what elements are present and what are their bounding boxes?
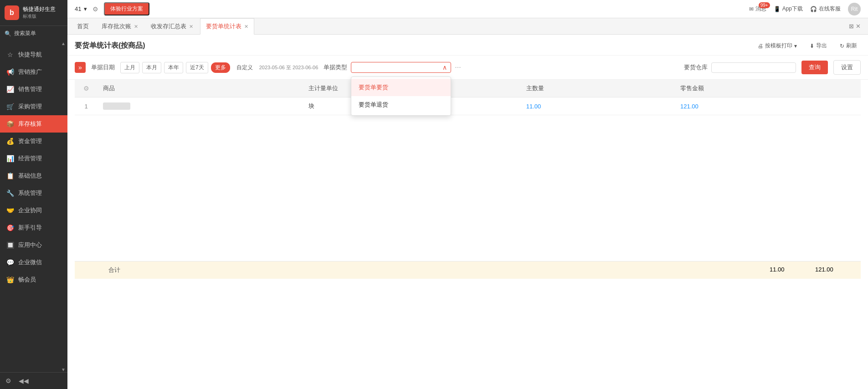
scroll-up-arrow[interactable]: ▲ <box>61 41 66 46</box>
tabbar-expand[interactable]: ⊠ ✕ <box>845 18 864 34</box>
sidebar-item-wechat[interactable]: 💬 企业微信 <box>0 254 67 271</box>
quantity-link[interactable]: 11.00 <box>526 103 541 110</box>
sidebar-item-operations[interactable]: 📊 经营管理 <box>0 150 67 167</box>
tab-collection-summary-close[interactable]: ✕ <box>189 24 193 30</box>
refresh-icon: ↻ <box>840 43 844 49</box>
sidebar-item-label: 资金管理 <box>18 137 42 145</box>
date-btn-last-month[interactable]: 上月 <box>120 62 139 73</box>
sidebar-item-inventory[interactable]: 📦 库存核算 <box>0 115 67 133</box>
sidebar-item-guide[interactable]: 🎯 新手引导 <box>0 219 67 236</box>
app-download-item[interactable]: 📱 App下载 <box>774 5 803 13</box>
dropdown-option-label: 要货单退货 <box>359 101 388 108</box>
marketing-icon: 📢 <box>5 68 15 76</box>
footer-total-label: 合计 <box>103 266 126 274</box>
tab-requisition-stats-close[interactable]: ✕ <box>244 24 248 30</box>
topbar-gear-icon[interactable]: ⚙ <box>92 5 98 13</box>
refresh-button[interactable]: ↻ 刷新 <box>836 40 861 51</box>
footer-amount: 121.00 <box>810 266 855 274</box>
sidebar-item-system[interactable]: 🔧 系统管理 <box>0 184 67 202</box>
table-header-row: ⚙ 商品 主计量单位 主数量 零售金额 <box>75 80 861 97</box>
sidebar-item-membership[interactable]: 👑 畅会员 <box>0 271 67 288</box>
tab-inventory-batch[interactable]: 库存批次账 ✕ <box>96 18 144 34</box>
date-btn-this-month[interactable]: 本月 <box>142 62 161 73</box>
type-filter-input[interactable] <box>355 64 442 71</box>
sidebar-item-label: 销售管理 <box>18 85 42 93</box>
print-icon: 🖨 <box>758 43 763 49</box>
tab-home[interactable]: 首页 <box>71 18 95 34</box>
sidebar-item-label: 营销推广 <box>18 68 42 76</box>
tab-collection-summary[interactable]: 收发存汇总表 ✕ <box>145 18 199 34</box>
sidebar-item-marketing[interactable]: 📢 营销推广 <box>0 63 67 81</box>
trial-button[interactable]: 体验行业方案 <box>104 2 149 15</box>
footer-spacer <box>126 266 764 274</box>
message-icon: ✉ <box>749 6 754 12</box>
sidebar-logo: b 畅捷通好生意 标准版 <box>0 0 67 26</box>
date-btn-more[interactable]: 更多 <box>211 62 230 73</box>
export-icon: ⬇ <box>810 43 814 49</box>
collapse-sidebar-icon[interactable]: ◀◀ <box>19 377 29 384</box>
warehouse-input[interactable] <box>711 62 796 73</box>
export-label: 导出 <box>816 42 827 50</box>
print-label: 按模板打印 <box>765 42 792 50</box>
enterprise-icon: 🤝 <box>5 207 15 214</box>
sidebar: b 畅捷通好生意 标准版 🔍 搜索菜单 ▲ ☆ 快捷导航 📢 营销推广 📈 销售… <box>0 0 67 389</box>
sidebar-item-quick-nav[interactable]: ☆ 快捷导航 <box>0 46 67 63</box>
export-button[interactable]: ⬇ 导出 <box>806 40 831 51</box>
warehouse-label: 要货仓库 <box>684 63 708 72</box>
online-service-item[interactable]: 🎧 在线客服 <box>810 5 841 13</box>
amount-link[interactable]: 121.00 <box>680 103 699 110</box>
tab-requisition-stats[interactable]: 要货单统计表 ✕ <box>200 18 254 35</box>
tabbar: 首页 库存批次账 ✕ 收发存汇总表 ✕ 要货单统计表 ✕ ⊠ ✕ <box>67 18 868 35</box>
wechat-icon: 💬 <box>5 259 15 266</box>
app-download-label: App下载 <box>782 5 803 13</box>
refresh-label: 刷新 <box>846 42 857 50</box>
goods-blurred <box>103 102 130 110</box>
sidebar-item-purchase[interactable]: 🛒 采购管理 <box>0 98 67 115</box>
sidebar-item-enterprise[interactable]: 🤝 企业协同 <box>0 202 67 219</box>
sales-icon: 📈 <box>5 86 15 93</box>
message-item[interactable]: ✉ 消息 99+ <box>749 5 766 13</box>
date-btn-custom[interactable]: 自定义 <box>233 62 257 73</box>
dropdown-option-requisition-return[interactable]: 要货单退货 <box>351 96 451 113</box>
sidebar-item-finance[interactable]: 💰 资金管理 <box>0 133 67 150</box>
page-actions: 🖨 按模板打印 ▾ ⬇ 导出 ↻ 刷新 <box>754 40 861 51</box>
service-icon: 🎧 <box>810 6 817 12</box>
table-footer: 合计 11.00 121.00 <box>75 261 861 279</box>
page-content: 要货单统计表(按商品) 🖨 按模板打印 ▾ ⬇ 导出 ↻ 刷新 <box>67 35 868 389</box>
col-quantity: 主数量 <box>521 80 675 97</box>
user-avatar[interactable]: Rit <box>848 3 861 15</box>
settings-button[interactable]: 设置 <box>833 60 861 75</box>
sidebar-item-label: 畅会员 <box>18 276 36 284</box>
quick-nav-icon: ☆ <box>5 51 15 58</box>
print-button[interactable]: 🖨 按模板打印 ▾ <box>754 40 801 51</box>
date-btn-7days[interactable]: 近7天 <box>186 62 208 73</box>
dropdown-option-requisition-goods[interactable]: 要货单要货 <box>351 79 451 96</box>
print-dropdown-icon: ▾ <box>794 43 797 49</box>
settings-bottom-icon[interactable]: ⚙ <box>5 377 11 384</box>
main-area: 41 ▾ ⚙ 体验行业方案 ✉ 消息 99+ 📱 App下载 🎧 在线客服 Ri… <box>67 0 868 389</box>
scroll-down-arrow[interactable]: ▼ <box>61 367 66 372</box>
sidebar-item-basic-info[interactable]: 📋 基础信息 <box>0 167 67 184</box>
company-selector[interactable]: 41 ▾ <box>75 5 87 12</box>
filter-bar: » 单据日期 上月 本月 本年 近7天 更多 自定义 2023-05-06 至 … <box>67 56 868 80</box>
app-edition: 标准版 <box>23 13 56 20</box>
tab-inventory-batch-label: 库存批次账 <box>102 22 131 31</box>
sidebar-item-label: 基础信息 <box>18 172 42 180</box>
filter-more-icon[interactable]: ··· <box>455 63 461 72</box>
column-settings-icon[interactable]: ⚙ <box>83 85 89 92</box>
type-input-wrap[interactable]: ∧ <box>351 62 451 73</box>
tab-inventory-batch-close[interactable]: ✕ <box>134 24 138 30</box>
sidebar-item-app-center[interactable]: 🔲 应用中心 <box>0 236 67 254</box>
date-btn-this-year[interactable]: 本年 <box>164 62 183 73</box>
purchase-icon: 🛒 <box>5 103 15 110</box>
search-menu-label: 搜索菜单 <box>14 30 36 37</box>
type-dropdown-up-icon[interactable]: ∧ <box>442 64 447 71</box>
search-menu-item[interactable]: 🔍 搜索菜单 <box>0 26 67 41</box>
online-service-label: 在线客服 <box>819 5 841 13</box>
query-button[interactable]: 查询 <box>801 61 828 74</box>
topbar-left: 41 ▾ ⚙ 体验行业方案 <box>75 2 149 15</box>
company-id: 41 <box>75 5 81 12</box>
filter-expand-button[interactable]: » <box>75 62 86 73</box>
sidebar-item-sales[interactable]: 📈 销售管理 <box>0 81 67 98</box>
system-icon: 🔧 <box>5 189 15 197</box>
